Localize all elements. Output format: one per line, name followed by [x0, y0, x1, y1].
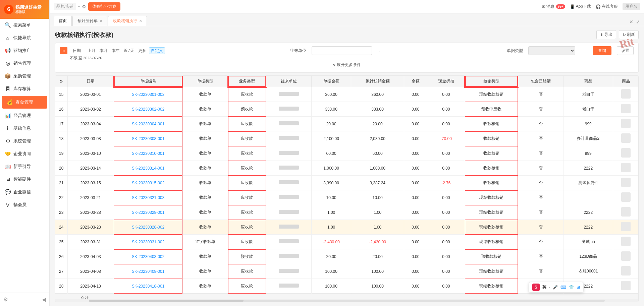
- doc-no-link[interactable]: SK-20230304-001: [132, 122, 164, 126]
- td-cancel-type: 现结收款核销: [465, 205, 518, 220]
- td-biz-type: 应收款: [228, 205, 266, 220]
- th-doc-type[interactable]: 单据类型: [182, 76, 228, 87]
- td-doc-no: SK-20230310-001: [114, 146, 182, 161]
- th-gear[interactable]: ⚙: [55, 76, 67, 87]
- filter-date-custom[interactable]: 自定义: [149, 47, 165, 54]
- td-no: 23: [55, 205, 67, 220]
- sidebar-item-search[interactable]: 🔍 搜索菜单: [0, 19, 49, 32]
- td-include-settled: 否: [518, 176, 564, 190]
- sidebar-label-inventory: 库存核算: [13, 86, 31, 92]
- sidebar-item-operation[interactable]: 📊 经营管理: [0, 109, 49, 122]
- tab-collect-exec[interactable]: 收款核销执行 ✕: [108, 16, 147, 26]
- doc-no-link[interactable]: SK-20230308-001: [132, 136, 164, 141]
- th-cancel-type[interactable]: 核销类型: [465, 76, 518, 87]
- app-download-item[interactable]: 📱 App下载: [570, 4, 591, 9]
- sidebar-item-system[interactable]: ⚙ 系统管理: [0, 135, 49, 147]
- sidebar-item-hardware[interactable]: 🖥 智能硬件: [0, 173, 49, 186]
- filter-date-prev-month[interactable]: 上月: [86, 48, 97, 54]
- th-goods2[interactable]: 商品: [613, 76, 638, 87]
- wechat-icon: 💬: [5, 189, 11, 195]
- solution-button[interactable]: 体验行业方案: [88, 2, 120, 11]
- th-counterpart[interactable]: 往来单位: [266, 76, 312, 87]
- filter-dots[interactable]: ...: [377, 48, 382, 54]
- filter-counterpart-input[interactable]: [312, 46, 372, 55]
- ime-english-icon[interactable]: 英: [542, 285, 546, 290]
- table-container[interactable]: ⚙ 日期 单据编号 单据类型 业务类型 往来单位 单据金额 累计核销金额 余额 …: [55, 76, 638, 299]
- sidebar-item-purchase[interactable]: 📦 采购管理: [0, 70, 49, 82]
- th-goods[interactable]: 商品: [564, 76, 613, 87]
- th-include-settled[interactable]: 包含已结清: [518, 76, 564, 87]
- settings-button[interactable]: 设置: [617, 46, 634, 55]
- th-cash-discount[interactable]: 现金折扣: [427, 76, 465, 87]
- query-button[interactable]: 查询: [593, 46, 611, 55]
- sidebar-item-inventory[interactable]: 🗄 库存核算: [0, 82, 49, 95]
- ime-grid-icon[interactable]: ⊞: [577, 285, 580, 290]
- tab-close-all-icon[interactable]: ✕: [629, 19, 633, 24]
- doc-no-link[interactable]: SK-20230321-003: [132, 195, 164, 200]
- user-avatar[interactable]: 用户名: [623, 3, 640, 10]
- filter-expand-button[interactable]: »: [60, 47, 67, 54]
- td-doc-type: 收款单: [182, 117, 228, 131]
- sidebar-item-company[interactable]: 🤝 企业协同: [0, 147, 49, 160]
- td-cum-amount: 1.00: [351, 220, 404, 235]
- tab-home[interactable]: 首页: [54, 16, 72, 26]
- th-balance[interactable]: 余额: [404, 76, 427, 87]
- ime-mic-icon[interactable]: 🎤: [553, 285, 558, 290]
- message-badge: 99+: [556, 4, 565, 9]
- td-include-settled: 否: [518, 161, 564, 176]
- doc-no-link[interactable]: SK-20230331-002: [132, 240, 164, 244]
- sidebar-item-guide[interactable]: 📖 新手引导: [0, 160, 49, 173]
- filter-date-more[interactable]: 更多: [137, 48, 148, 54]
- doc-no-link[interactable]: SK-20230302-002: [132, 107, 164, 112]
- expand-more-button[interactable]: ∨ 展开更多条件: [333, 62, 361, 68]
- td-cancel-type: 现结收款核销: [465, 279, 518, 294]
- sidebar-item-marketing[interactable]: 📢 营销推广: [0, 44, 49, 57]
- tab-home-label: 首页: [59, 18, 67, 24]
- message-item[interactable]: ✉ 消息 99+: [542, 4, 565, 9]
- refresh-button[interactable]: ↻ 刷新: [619, 30, 639, 39]
- td-counterpart: [266, 220, 312, 235]
- th-amount[interactable]: 单据金额: [311, 76, 351, 87]
- tab-collect-exec-close[interactable]: ✕: [139, 19, 142, 23]
- export-button[interactable]: ⬆ 导出: [596, 30, 616, 39]
- th-date[interactable]: 日期: [67, 76, 114, 87]
- tab-pre-apply[interactable]: 预计应付单 ✕: [72, 16, 107, 26]
- filter-date-cur-month[interactable]: 本月: [98, 48, 109, 54]
- td-balance: 0.00: [404, 146, 427, 161]
- sidebar-item-wechat[interactable]: 💬 企业微信: [0, 186, 49, 198]
- ime-keyboard-icon[interactable]: ⌨: [560, 285, 566, 290]
- sidebar-settings-icon[interactable]: ⚙: [3, 296, 8, 303]
- sidebar-item-capital[interactable]: 💰 资金管理: [2, 96, 47, 109]
- th-cum-amount[interactable]: 累计核销金额: [351, 76, 404, 87]
- doc-no-link[interactable]: SK-20230314-001: [132, 166, 164, 171]
- topbar-gear-icon[interactable]: ⚙: [82, 4, 86, 9]
- td-doc-type: 收款单: [182, 87, 228, 102]
- online-service-item[interactable]: 🎧 在线客服: [596, 4, 618, 9]
- sidebar-item-member[interactable]: V 畅会员: [0, 198, 49, 211]
- th-biz-type[interactable]: 业务类型: [228, 76, 266, 87]
- filter-receipt-type-select[interactable]: [528, 46, 575, 55]
- doc-no-link[interactable]: SK-20230328-001: [132, 210, 164, 215]
- tab-pre-apply-close[interactable]: ✕: [100, 19, 102, 23]
- horizontal-scrollbar[interactable]: [55, 299, 638, 302]
- tab-fullscreen-icon[interactable]: ⤢: [636, 19, 640, 24]
- doc-no-link[interactable]: SK-20230301-002: [132, 92, 164, 97]
- doc-no-link[interactable]: SK-20230403-002: [132, 254, 164, 259]
- sidebar-item-quick[interactable]: ⌂ 快捷导航: [0, 32, 49, 44]
- doc-no-link[interactable]: SK-20230315-002: [132, 181, 164, 185]
- sidebar-collapse-icon[interactable]: ◀: [42, 296, 46, 303]
- topbar-dropdown-icon[interactable]: ▾: [78, 5, 80, 8]
- filter-date-7days[interactable]: 近7天: [122, 48, 136, 54]
- th-doc-no[interactable]: 单据编号: [114, 76, 182, 87]
- sidebar-label-system: 系统管理: [13, 138, 31, 144]
- sidebar-item-basic[interactable]: ℹ 基础信息: [0, 122, 49, 135]
- doc-no-link[interactable]: SK-20230418-001: [132, 284, 164, 289]
- sidebar-item-sales[interactable]: ◎ 销售管理: [0, 57, 49, 70]
- td-amount: 3,390.00: [311, 176, 351, 190]
- operation-icon: 📊: [5, 113, 11, 119]
- filter-date-year[interactable]: 本年: [110, 48, 121, 54]
- doc-no-link[interactable]: SK-20230310-001: [132, 151, 164, 156]
- ime-shirt-icon[interactable]: 👕: [569, 285, 574, 290]
- doc-no-link[interactable]: SK-20230408-001: [132, 269, 164, 274]
- doc-no-link[interactable]: SK-20230328-002: [132, 225, 164, 230]
